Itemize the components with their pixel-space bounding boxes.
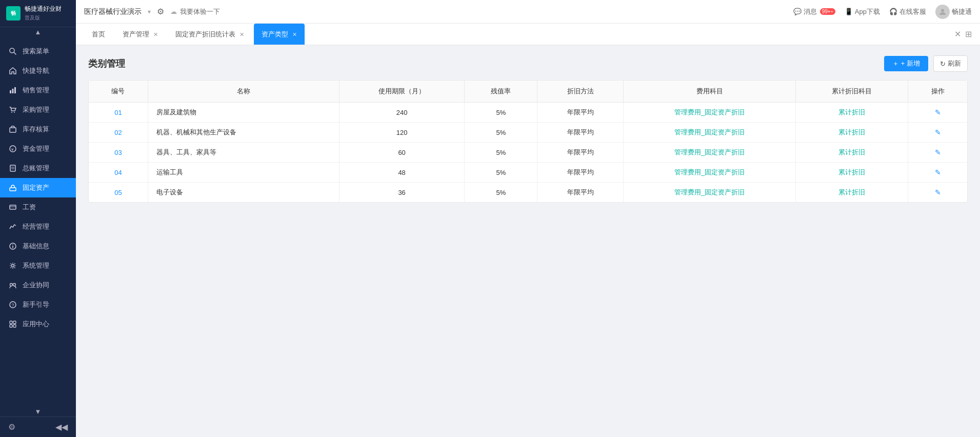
cell-action-2: ✎ — [908, 143, 967, 163]
cell-id-0[interactable]: 01 — [89, 103, 148, 123]
sidebar-footer: ⚙ ◀◀ — [0, 416, 76, 437]
cell-id-1[interactable]: 02 — [89, 123, 148, 143]
edit-icon-1[interactable]: ✎ — [935, 128, 941, 136]
sidebar-item-search[interactable]: 搜索菜单 — [0, 42, 76, 61]
tab-asset-type[interactable]: 资产类型 ✕ — [254, 24, 305, 45]
cell-period-1: 120 — [339, 123, 465, 143]
cell-method-1: 年限平均 — [537, 123, 624, 143]
collapse-sidebar-icon[interactable]: ◀◀ — [55, 422, 68, 432]
sidebar-item-enterprise[interactable]: 企业协同 — [0, 275, 76, 295]
svg-point-5 — [11, 112, 12, 113]
cell-depreciation-1: 累计折旧 — [796, 123, 908, 143]
col-depreciation: 累计折旧科目 — [796, 81, 908, 103]
col-period: 使用期限（月） — [339, 81, 465, 103]
sidebar-scroll-up[interactable]: ▲ — [0, 27, 76, 37]
new-button[interactable]: ＋ + 新增 — [884, 56, 928, 71]
sidebar-item-operations[interactable]: 经营管理 — [0, 217, 76, 236]
sidebar-item-guide[interactable]: ? 新手引导 — [0, 295, 76, 314]
cell-method-3: 年限平均 — [537, 163, 624, 183]
ledger-icon — [8, 164, 17, 173]
sidebar-nav: 搜索菜单 快捷导航 销售管理 采购管理 库存核算 — [0, 37, 76, 406]
cell-action-4: ✎ — [908, 183, 967, 203]
cell-expense-0: 管理费用_固定资产折旧 — [624, 103, 796, 123]
tab-asset-mgmt[interactable]: 资产管理 ✕ — [115, 24, 166, 45]
user-avatar — [935, 5, 950, 19]
purchase-icon — [8, 105, 17, 114]
inventory-icon — [8, 125, 17, 134]
cell-expense-1: 管理费用_固定资产折旧 — [624, 123, 796, 143]
svg-rect-2 — [10, 90, 11, 93]
sidebar-item-quick-nav[interactable]: 快捷导航 — [0, 61, 76, 81]
cell-action-0: ✎ — [908, 103, 967, 123]
message-button[interactable]: 💬 消息 99++ — [793, 7, 835, 16]
cell-name-3: 运输工具 — [148, 163, 339, 183]
message-icon: 💬 — [793, 8, 802, 15]
cell-name-4: 电子设备 — [148, 183, 339, 203]
customer-service-button[interactable]: 🎧 在线客服 — [889, 7, 926, 16]
module-settings-icon[interactable]: ⚙ — [157, 7, 164, 16]
svg-point-18 — [12, 244, 13, 245]
svg-line-1 — [14, 52, 16, 54]
topbar-right: 💬 消息 99++ 📱 App下载 🎧 在线客服 畅捷通 — [793, 5, 972, 19]
refresh-button[interactable]: ↻ 刷新 — [933, 55, 968, 72]
fixed-assets-icon — [8, 183, 17, 192]
col-residual: 残值率 — [465, 81, 537, 103]
sidebar-item-basic-info[interactable]: 基础信息 — [0, 236, 76, 256]
table-row: 03 器具、工具、家具等 60 5% 年限平均 管理费用_固定资产折旧 累计折旧… — [89, 143, 967, 163]
col-action: 操作 — [908, 81, 967, 103]
expand-tab-icon[interactable]: ⊞ — [965, 29, 972, 39]
close-tab-icon[interactable]: ✕ — [954, 29, 961, 39]
sidebar-scroll-down[interactable]: ▼ — [0, 406, 76, 416]
tab-home[interactable]: 首页 — [84, 24, 113, 45]
svg-point-28 — [941, 9, 944, 12]
cell-name-2: 器具、工具、家具等 — [148, 143, 339, 163]
page-actions: ＋ + 新增 ↻ 刷新 — [884, 55, 968, 72]
tab-depreciation-report-close[interactable]: ✕ — [239, 31, 244, 38]
salary-icon — [8, 203, 17, 212]
tabbar: 首页 资产管理 ✕ 固定资产折旧统计表 ✕ 资产类型 ✕ ✕ ⊞ — [76, 24, 980, 45]
tab-asset-mgmt-close[interactable]: ✕ — [153, 31, 158, 38]
svg-point-0 — [10, 48, 14, 53]
svg-rect-10 — [10, 165, 15, 171]
edit-icon-3[interactable]: ✎ — [935, 168, 941, 176]
edit-icon-2[interactable]: ✎ — [935, 148, 941, 156]
plus-icon: ＋ — [892, 59, 899, 68]
sidebar-item-salary[interactable]: 工资 — [0, 197, 76, 217]
sidebar-item-general[interactable]: 总账管理 — [0, 158, 76, 178]
cell-id-2[interactable]: 03 — [89, 143, 148, 163]
cell-id-4[interactable]: 05 — [89, 183, 148, 203]
sidebar-item-system[interactable]: 系统管理 — [0, 256, 76, 275]
sidebar-item-fixed-assets[interactable]: 固定资产 — [0, 178, 76, 197]
guide-icon: ? — [8, 300, 17, 309]
cloud-icon: ☁ — [170, 8, 177, 15]
table-row: 05 电子设备 36 5% 年限平均 管理费用_固定资产折旧 累计折旧 ✎ — [89, 183, 967, 203]
cell-residual-2: 5% — [465, 143, 537, 163]
module-dropdown-icon[interactable]: ▾ — [148, 8, 151, 15]
cell-id-3[interactable]: 04 — [89, 163, 148, 183]
trial-button[interactable]: ☁ 我要体验一下 — [170, 7, 220, 16]
svg-rect-13 — [10, 188, 16, 191]
edit-icon-4[interactable]: ✎ — [935, 188, 941, 196]
tabbar-actions: ✕ ⊞ — [954, 29, 972, 39]
cell-residual-0: 5% — [465, 103, 537, 123]
cell-action-3: ✎ — [908, 163, 967, 183]
svg-point-19 — [12, 264, 14, 267]
svg-text:¥: ¥ — [11, 147, 14, 152]
sidebar-item-inventory[interactable]: 库存核算 — [0, 120, 76, 139]
app-download-button[interactable]: 📱 App下载 — [845, 7, 880, 16]
user-profile-button[interactable]: 畅捷通 — [935, 5, 972, 19]
svg-rect-27 — [13, 325, 16, 327]
sidebar-item-app-center[interactable]: 应用中心 — [0, 314, 76, 334]
sidebar-item-sales[interactable]: 销售管理 — [0, 81, 76, 100]
tab-asset-type-close[interactable]: ✕ — [292, 31, 297, 38]
tab-depreciation-report[interactable]: 固定资产折旧统计表 ✕ — [168, 24, 252, 45]
settings-icon[interactable]: ⚙ — [8, 422, 15, 432]
cell-name-0: 房屋及建筑物 — [148, 103, 339, 123]
table-row: 04 运输工具 48 5% 年限平均 管理费用_固定资产折旧 累计折旧 ✎ — [89, 163, 967, 183]
sidebar-item-purchase[interactable]: 采购管理 — [0, 100, 76, 120]
edit-icon-0[interactable]: ✎ — [935, 108, 941, 116]
svg-text:?: ? — [12, 303, 14, 308]
cell-method-4: 年限平均 — [537, 183, 624, 203]
sidebar-item-funds[interactable]: ¥ 资金管理 — [0, 139, 76, 158]
cell-expense-4: 管理费用_固定资产折旧 — [624, 183, 796, 203]
